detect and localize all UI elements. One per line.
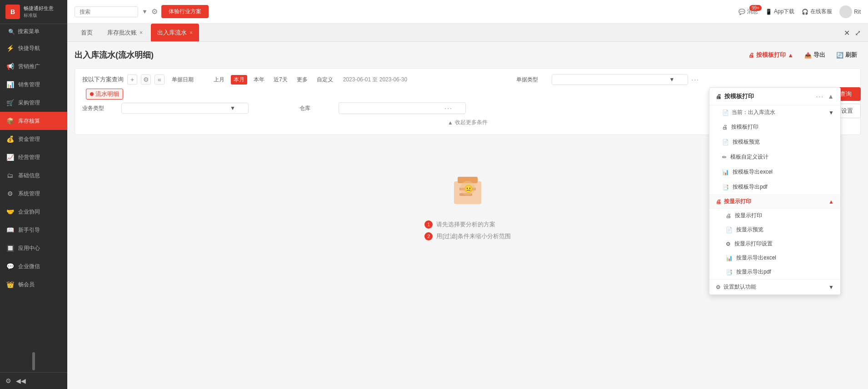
print-template-button[interactable]: 🖨 按模板打印 ▲ bbox=[745, 49, 797, 61]
dropdown-current[interactable]: 📄 当前：出入库流水 ▼ bbox=[709, 105, 840, 120]
date-opt-last-month[interactable]: 上月 bbox=[211, 75, 227, 85]
sidebar-item-purchase[interactable]: 🛒 采购管理 bbox=[0, 94, 67, 112]
filter-add-button[interactable]: + bbox=[127, 75, 137, 85]
topbar-right: 💬 消息 99+ 📱 App下载 🎧 在线客服 Rit bbox=[738, 5, 861, 18]
filter-tag-label: 流水明细 bbox=[95, 90, 119, 98]
purchase-icon: 🛒 bbox=[5, 98, 15, 107]
date-opt-7days[interactable]: 近7天 bbox=[271, 75, 290, 85]
more-options-icon[interactable]: ··· bbox=[692, 76, 700, 83]
sidebar-item-sales[interactable]: 📊 销售管理 bbox=[0, 75, 67, 94]
chevron-down-icon: ▼ bbox=[828, 110, 834, 116]
filter-tag-item[interactable]: 流水明细 bbox=[86, 89, 123, 100]
sidebar-item-quick-nav[interactable]: ⚡ 快捷导航 bbox=[0, 39, 67, 57]
tab-flow-close[interactable]: × bbox=[190, 30, 193, 36]
dropdown-panel: 🖨 按模板打印 ··· ▲ 📄 当前：出入库流水 ▼ 🖨 按模板打印 📄 按模 bbox=[709, 87, 841, 295]
sidebar-item-basic[interactable]: 🗂 基础信息 bbox=[0, 166, 67, 185]
dropdown-item-display-pdf[interactable]: 📑 按显示导出pdf bbox=[709, 265, 840, 279]
export-button[interactable]: 📤 导出 bbox=[801, 49, 829, 61]
tab-close-all-button[interactable]: ✕ bbox=[844, 28, 850, 37]
appstore-icon: 🔲 bbox=[5, 244, 15, 253]
item-label: 按显示导出pdf bbox=[736, 268, 771, 276]
item-label: 按显示导出excel bbox=[736, 254, 776, 262]
guide-icon: 📖 bbox=[5, 225, 15, 234]
dropdown-arrow-icon[interactable]: ▼ bbox=[142, 8, 148, 15]
message-button[interactable]: 💬 消息 99+ bbox=[738, 8, 758, 15]
sidebar-item-system[interactable]: ⚙ 系统管理 bbox=[0, 185, 67, 203]
search-input[interactable] bbox=[75, 6, 138, 17]
item-label: 按模板打印 bbox=[731, 123, 758, 131]
filter-collapse-button[interactable]: « bbox=[155, 75, 165, 85]
export-label: 导出 bbox=[813, 51, 825, 59]
dropdown-item-template-custom[interactable]: ✏ 模板自定义设计 bbox=[709, 150, 840, 165]
dropdown-collapse-button[interactable]: ▲ bbox=[828, 93, 834, 100]
headset-icon: 🎧 bbox=[802, 9, 808, 15]
warehouse-select[interactable]: ··· bbox=[339, 102, 466, 114]
dropdown-item-template-pdf[interactable]: 📑 按模板导出pdf bbox=[709, 180, 840, 194]
marketing-icon: 📢 bbox=[5, 62, 15, 71]
page-title-row: 出入库流水(流水明细) 🖨 按模板打印 ▲ 📤 导出 🔄 刷新 bbox=[75, 49, 861, 61]
empty-steps: 1 请先选择要分析的方案 2 用[过滤]条件来缩小分析范围 bbox=[424, 220, 510, 240]
dropdown-item-display-preview[interactable]: 📄 按显示预览 bbox=[709, 223, 840, 237]
tab-batch-close[interactable]: × bbox=[140, 30, 143, 36]
date-opt-more[interactable]: 更多 bbox=[294, 75, 310, 85]
sidebar-item-marketing[interactable]: 📢 营销推广 bbox=[0, 57, 67, 75]
dropdown-item-template-excel[interactable]: 📊 按模板导出excel bbox=[709, 165, 840, 180]
sidebar-item-collab[interactable]: 🤝 企业协同 bbox=[0, 203, 67, 221]
sidebar-item-label: 应用中心 bbox=[18, 244, 40, 252]
step-2: 2 用[过滤]条件来缩小分析范围 bbox=[424, 232, 510, 240]
collab-icon: 🤝 bbox=[5, 207, 15, 216]
industry-solution-button[interactable]: 体验行业方案 bbox=[161, 5, 209, 18]
sidebar-item-inventory[interactable]: 📦 库存核算 bbox=[0, 112, 67, 130]
phone-icon: 📱 bbox=[765, 9, 772, 15]
app-download-button[interactable]: 📱 App下载 bbox=[765, 8, 794, 15]
sidebar-item-appstore[interactable]: 🔲 应用中心 bbox=[0, 239, 67, 257]
date-opt-this-month[interactable]: 本月 bbox=[231, 75, 247, 85]
sidebar-search-label: 搜索菜单 bbox=[18, 28, 40, 35]
refresh-button[interactable]: 🔄 刷新 bbox=[833, 49, 861, 61]
item-label: 按模板导出pdf bbox=[733, 183, 768, 191]
message-icon: 💬 bbox=[738, 9, 745, 15]
edit-icon: ✏ bbox=[722, 154, 727, 160]
sidebar-item-wechat[interactable]: 💬 企业微信 bbox=[0, 257, 67, 275]
print-icon: 🖨 bbox=[716, 93, 722, 100]
tab-expand-button[interactable]: ⤢ bbox=[855, 28, 861, 37]
tab-flow[interactable]: 出入库流水 × bbox=[151, 24, 199, 41]
operation-icon: 📈 bbox=[5, 153, 15, 162]
app-download-label: App下载 bbox=[774, 8, 794, 15]
sidebar-item-operation[interactable]: 📈 经营管理 bbox=[0, 148, 67, 166]
dropdown-item-display-excel[interactable]: 📊 按显示导出excel bbox=[709, 251, 840, 265]
settings-icon[interactable]: ⚙ bbox=[151, 7, 158, 16]
sidebar-item-guide[interactable]: 📖 新手引导 bbox=[0, 221, 67, 239]
dropdown-display-section[interactable]: 🖨 按显示打印 ▲ bbox=[709, 194, 840, 209]
sidebar-item-label: 基础信息 bbox=[18, 172, 40, 180]
user-name: Rit bbox=[854, 9, 861, 15]
biz-type-select[interactable]: ▼ bbox=[121, 103, 249, 114]
dropdown-item-template-preview[interactable]: 📄 按模板预览 bbox=[709, 135, 840, 150]
collapse-icon[interactable]: ◀◀ bbox=[16, 377, 26, 384]
display-section-icon: 🖨 bbox=[716, 199, 721, 205]
warehouse-more-icon[interactable]: ··· bbox=[444, 105, 453, 112]
sidebar-nav: ⚡ 快捷导航 📢 营销推广 📊 销售管理 🛒 采购管理 📦 库存核算 💰 资金管… bbox=[0, 39, 67, 350]
sidebar-item-finance[interactable]: 💰 资金管理 bbox=[0, 130, 67, 148]
doc-type-select[interactable]: ▼ bbox=[552, 74, 688, 85]
sidebar-item-label: 经营管理 bbox=[18, 154, 40, 161]
dropdown-more-icon[interactable]: ··· bbox=[816, 93, 824, 100]
sidebar-search[interactable]: 🔍 搜索菜单 bbox=[0, 24, 67, 39]
dropdown-item-display-print[interactable]: 🖨 按显示打印 bbox=[709, 209, 840, 223]
settings-icon[interactable]: ⚙ bbox=[5, 377, 11, 384]
filter-config-button[interactable]: ⚙ bbox=[141, 75, 151, 85]
footer-label: 设置默认功能 bbox=[723, 283, 756, 291]
tab-batch[interactable]: 库存批次账 × bbox=[101, 24, 149, 41]
date-opt-this-year[interactable]: 本年 bbox=[251, 75, 267, 85]
dropdown-item-template-print[interactable]: 🖨 按模板打印 bbox=[709, 120, 840, 135]
user-avatar[interactable]: Rit bbox=[839, 5, 861, 18]
customer-service-button[interactable]: 🎧 在线客服 bbox=[802, 8, 832, 15]
logo-tag: 标准版 bbox=[24, 12, 54, 19]
tab-home[interactable]: 首页 bbox=[75, 24, 99, 41]
dropdown-footer[interactable]: ⚙ 设置默认功能 ▼ bbox=[709, 279, 840, 294]
sidebar-item-vip[interactable]: 👑 畅会员 bbox=[0, 275, 67, 294]
date-opt-custom[interactable]: 自定义 bbox=[314, 75, 336, 85]
sidebar-bottom: ⚙ ◀◀ bbox=[0, 372, 67, 389]
page-actions: 🖨 按模板打印 ▲ 📤 导出 🔄 刷新 bbox=[745, 49, 861, 61]
dropdown-item-display-settings[interactable]: ⚙ 按显示打印设置 bbox=[709, 237, 840, 251]
